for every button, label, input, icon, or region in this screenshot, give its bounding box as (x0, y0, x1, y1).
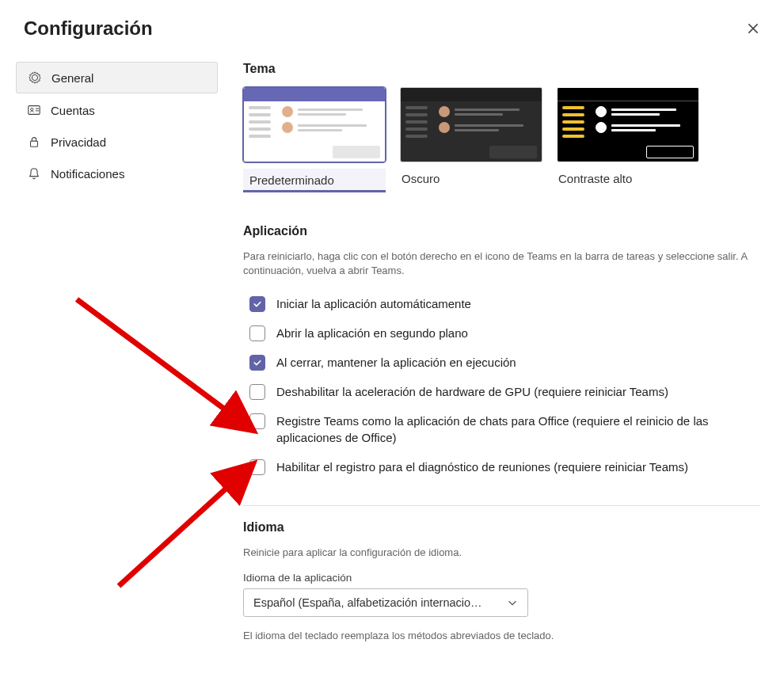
checkbox[interactable] (249, 296, 265, 312)
svg-point-1 (31, 108, 33, 110)
theme-section-title: Tema (243, 62, 760, 76)
theme-option-def[interactable]: Predeterminado (243, 87, 386, 192)
checkbox-label: Registre Teams como la aplicación de cha… (276, 413, 754, 446)
separator (243, 505, 760, 506)
checkbox[interactable] (249, 459, 265, 475)
theme-preview (400, 87, 542, 162)
sidebar-item-general[interactable]: General (16, 62, 218, 93)
sidebar: GeneralCuentasPrivacidadNotificaciones (16, 62, 218, 641)
checkbox-label: Abrir la aplicación en segundo plano (276, 325, 468, 341)
application-section-title: Aplicación (243, 224, 760, 238)
checkbox-label: Iniciar la aplicación automáticamente (276, 295, 471, 312)
svg-rect-2 (31, 141, 38, 147)
application-subtitle: Para reiniciarlo, haga clic con el botón… (243, 249, 760, 278)
theme-options: PredeterminadoOscuroContraste alto (243, 87, 760, 192)
checkbox-label: Deshabilitar la aceleración de hardware … (276, 383, 668, 400)
chevron-down-icon (507, 597, 518, 608)
theme-label: Contraste alto (558, 172, 698, 185)
main-content: Tema PredeterminadoOscuroContraste alto … (243, 62, 768, 641)
language-footer: El idioma del teclado reemplaza los méto… (243, 630, 760, 641)
language-select-label: Idioma de la aplicación (243, 572, 760, 584)
theme-option-hc[interactable]: Contraste alto (557, 87, 699, 192)
sidebar-item-privacidad[interactable]: Privacidad (16, 127, 218, 157)
gear-icon (28, 70, 42, 85)
sidebar-item-label: Cuentas (51, 104, 95, 117)
sidebar-item-cuentas[interactable]: Cuentas (16, 95, 218, 125)
sidebar-item-label: Privacidad (51, 135, 106, 149)
language-select-value: Español (España, alfabetización internac… (253, 596, 482, 609)
checkbox-row: Abrir la aplicación en segundo plano (243, 318, 760, 348)
language-section-title: Idioma (243, 520, 760, 535)
checkbox-row: Habilitar el registro para el diagnóstic… (243, 452, 760, 481)
theme-label: Predeterminado (249, 173, 379, 187)
theme-label: Oscuro (402, 172, 541, 185)
checkbox-row: Al cerrar, mantener la aplicación en eje… (243, 348, 760, 377)
checkbox-row: Registre Teams como la aplicación de cha… (243, 406, 760, 452)
checkbox[interactable] (249, 413, 265, 429)
checkbox[interactable] (249, 325, 265, 341)
checkbox[interactable] (249, 384, 265, 400)
theme-preview (243, 87, 386, 162)
checkbox-row: Deshabilitar la aceleración de hardware … (243, 377, 760, 406)
language-select[interactable]: Español (España, alfabetización internac… (243, 588, 528, 617)
checkbox-label: Al cerrar, mantener la aplicación en eje… (276, 354, 516, 371)
sidebar-item-notificaciones[interactable]: Notificaciones (16, 158, 218, 188)
application-checks: Iniciar la aplicación automáticamenteAbr… (243, 289, 760, 481)
close-icon (746, 21, 760, 36)
theme-preview (557, 87, 699, 162)
sidebar-item-label: General (51, 71, 93, 85)
checkbox-row: Iniciar la aplicación automáticamente (243, 289, 760, 318)
page-title: Configuración (24, 17, 153, 40)
language-subtitle: Reinicie para aplicar la configuración d… (243, 546, 760, 560)
close-button[interactable] (746, 21, 760, 36)
checkbox-label: Habilitar el registro para el diagnóstic… (276, 459, 688, 475)
card-icon (27, 103, 41, 117)
checkbox[interactable] (249, 355, 265, 371)
theme-option-dark[interactable]: Oscuro (400, 87, 542, 192)
sidebar-item-label: Notificaciones (51, 167, 124, 181)
bell-icon (27, 166, 41, 181)
lock-icon (27, 135, 41, 149)
svg-rect-0 (29, 106, 40, 115)
